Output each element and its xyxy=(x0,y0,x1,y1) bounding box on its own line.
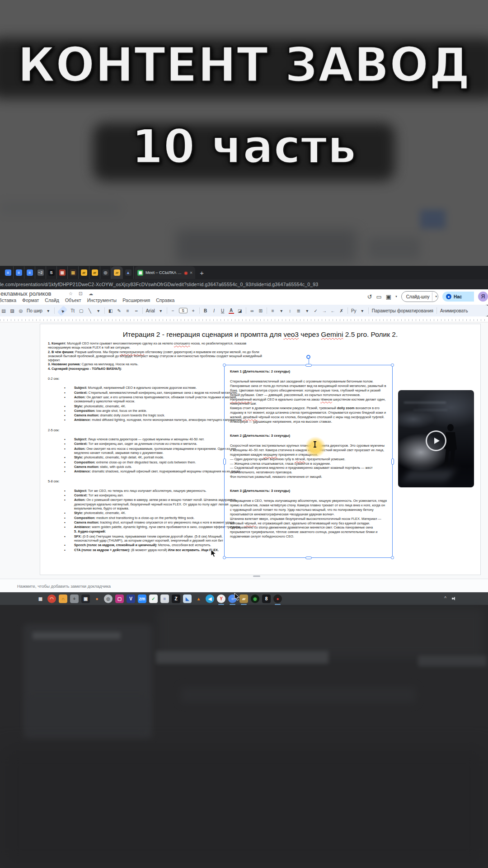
pinned-tab[interactable]: S xyxy=(46,266,57,279)
select-cursor-tool[interactable]: ▲ xyxy=(57,305,67,316)
ruler[interactable] xyxy=(0,316,488,322)
play-button[interactable] xyxy=(426,430,446,451)
speaker-notes-bar[interactable]: Нажмите, чтобы добавить заметки докладчи… xyxy=(0,579,488,593)
lock-app-icon[interactable]: ∩ xyxy=(59,594,67,603)
menu-Формат[interactable]: Формат xyxy=(22,297,39,303)
resize-handle[interactable] xyxy=(391,458,394,465)
orange-app-icon[interactable]: ● xyxy=(93,594,101,603)
resize-handle[interactable] xyxy=(223,363,226,367)
resize-handle[interactable] xyxy=(305,557,312,559)
insert-link-icon[interactable]: ∞ xyxy=(249,308,255,313)
green-ring-app-icon[interactable]: ◉ xyxy=(251,594,259,603)
pinned-tab[interactable]: ▦ xyxy=(57,266,68,279)
paint-format-icon[interactable]: ▨ xyxy=(9,308,15,313)
browser-red-icon[interactable]: ◠ xyxy=(47,594,56,603)
indent-increase-icon[interactable]: → xyxy=(322,308,327,313)
decrease-font-icon[interactable]: − xyxy=(170,308,176,313)
system-tray[interactable]: ^ xyxy=(444,596,456,601)
disc-app-icon[interactable]: ◎ xyxy=(104,594,113,603)
italic-button[interactable]: I xyxy=(211,308,217,313)
chevron-down-icon[interactable]: ▾ xyxy=(305,308,310,313)
resize-handle[interactable] xyxy=(305,364,312,367)
volume-icon[interactable] xyxy=(452,597,456,600)
ruler-app-icon[interactable]: ≡ xyxy=(160,594,169,603)
underline-button[interactable]: U xyxy=(220,308,225,313)
chevron-down-icon[interactable]: ▾ xyxy=(46,308,51,313)
tools-app-icon[interactable]: + xyxy=(70,594,79,603)
format-options-button[interactable]: Параметры форматирования xyxy=(372,308,433,313)
clear-formatting-icon[interactable]: ✗ xyxy=(339,308,344,313)
font-size-input[interactable]: 5 xyxy=(179,308,188,313)
zoom-icon[interactable]: ◎ xyxy=(18,308,23,313)
font-family-select[interactable]: Arial xyxy=(146,308,155,313)
leaf-app-icon[interactable]: ✓ xyxy=(149,594,158,603)
star-icon[interactable]: ☆ xyxy=(69,291,73,296)
pinned-tab[interactable]: ▰ xyxy=(89,266,100,279)
resize-handle[interactable] xyxy=(391,556,394,559)
indent-decrease-icon[interactable]: ← xyxy=(330,308,336,313)
resize-handle[interactable] xyxy=(223,556,226,559)
highlight-color-button[interactable]: ◪ xyxy=(237,308,243,313)
chevron-down-icon[interactable]: ▾ xyxy=(96,308,101,313)
checklist-icon[interactable]: ✓ xyxy=(313,308,319,313)
menu-Объект[interactable]: Объект xyxy=(65,297,81,303)
address-bar[interactable]: le.com/presentation/d/1kfyfDHPP21DweC2-X… xyxy=(0,279,488,289)
chevron-down-icon[interactable]: ▾ xyxy=(360,308,365,313)
chevron-down-icon[interactable]: ▾ xyxy=(158,308,164,313)
pinned-tab[interactable]: ~2 xyxy=(35,266,46,279)
align-icon[interactable]: ≡ xyxy=(270,308,276,313)
resize-handle[interactable] xyxy=(391,363,394,367)
photos-dark-icon[interactable]: ▣ xyxy=(81,594,90,603)
shape-tool[interactable]: ▢ xyxy=(79,308,84,313)
move-folder-icon[interactable]: ⊡ xyxy=(79,291,82,296)
v-app-icon[interactable]: V xyxy=(127,594,135,603)
video-thumbnail[interactable] xyxy=(398,390,474,487)
increase-font-icon[interactable]: + xyxy=(191,308,196,313)
line-tool[interactable]: ╲ xyxy=(87,308,93,313)
notes-drag-handle[interactable] xyxy=(253,576,260,577)
close-tab-icon[interactable]: × xyxy=(190,270,192,275)
line-spacing-icon[interactable]: ↕ xyxy=(287,308,293,313)
animate-button[interactable]: Анимировать xyxy=(440,308,468,313)
comments-icon[interactable]: ▭ xyxy=(376,293,382,300)
chevron-down-icon[interactable]: ▾ xyxy=(395,295,397,298)
slideshow-button[interactable]: Слайд-шоу ▾ xyxy=(401,291,438,302)
meet-tab[interactable]: ▣ Meet – ССЫЛКА ДЛЯ ВСТР ◉ × xyxy=(135,266,195,279)
pinned-tab[interactable]: ▰ xyxy=(79,266,89,279)
text-color-button[interactable]: A xyxy=(229,308,234,314)
chevron-down-icon[interactable]: ▾ xyxy=(279,308,284,313)
active-pinned-tab[interactable]: ▰ xyxy=(111,266,123,279)
avatar[interactable]: Я xyxy=(478,292,488,302)
python-format-icon[interactable]: Pу xyxy=(351,308,357,313)
insert-image-icon[interactable]: ⊞ xyxy=(258,308,263,313)
images-app-icon[interactable]: ◣ xyxy=(183,594,192,603)
resize-handle[interactable] xyxy=(223,458,226,465)
telegram-icon[interactable]: ◀ xyxy=(206,594,214,603)
zoom-app-icon[interactable]: zm xyxy=(138,594,146,603)
text-box-tool[interactable]: Tt xyxy=(70,308,75,313)
pinned-tab[interactable]: ▤ xyxy=(68,266,79,279)
menu-Инструменты[interactable]: Инструменты xyxy=(87,297,117,303)
meet-camera-icon[interactable]: ▣ xyxy=(386,293,391,300)
bold-button[interactable]: B xyxy=(203,308,208,313)
chevron-down-icon[interactable]: ▾ xyxy=(435,295,437,298)
menu-Справка[interactable]: Справка xyxy=(156,297,174,303)
tray-chevron-icon[interactable]: ^ xyxy=(444,596,446,601)
print-icon[interactable]: ▤ xyxy=(1,308,6,313)
border-color-icon[interactable]: ✎ xyxy=(117,308,122,313)
rotation-handle[interactable] xyxy=(306,355,310,359)
border-weight-icon[interactable]: ≡ xyxy=(125,308,131,313)
share-button[interactable]: ● Нас xyxy=(442,292,474,302)
pinned-tab[interactable]: ≡ xyxy=(3,266,14,279)
pinned-tab[interactable]: ▲ xyxy=(123,266,134,279)
slide[interactable]: Итерация 2 - генерация сценария и промпт… xyxy=(40,324,481,575)
new-tab-button[interactable]: + xyxy=(200,269,204,277)
instagram-icon[interactable]: ▢ xyxy=(115,594,124,603)
menu-Слайд[interactable]: Слайд xyxy=(45,297,59,303)
menu-Вставка[interactable]: Вставка xyxy=(0,297,16,303)
vlc-icon[interactable]: ▲ xyxy=(194,594,203,603)
yandex-browser-icon[interactable]: Y xyxy=(217,594,225,603)
record-app-icon[interactable]: ● xyxy=(273,594,282,603)
pinned-tab[interactable]: ≡ xyxy=(24,266,35,279)
pinned-tab[interactable]: ≡ xyxy=(14,266,24,279)
